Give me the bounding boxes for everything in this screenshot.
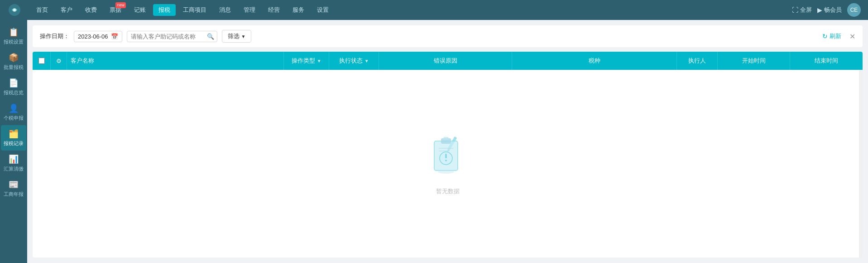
table-header: ⚙ 客户名称 操作类型 ▼ 执行状态 ▼ 错误原因 税种: [33, 52, 863, 70]
table-body: 暂无数据: [33, 70, 863, 258]
table-container: ⚙ 客户名称 操作类型 ▼ 执行状态 ▼ 错误原因 税种: [33, 52, 863, 258]
settlement-icon: 📊: [9, 154, 19, 164]
svg-rect-14: [439, 151, 450, 151]
refresh-button[interactable]: ↻ 刷新: [822, 32, 841, 40]
op-type-filter-icon[interactable]: ▼: [317, 58, 321, 63]
nav-fee[interactable]: 收费: [80, 4, 102, 16]
nav-business[interactable]: 工商项目: [177, 4, 212, 16]
filter-bar: 操作日期： 2023-06-06 📅 🔍 筛选 ▼ ↻ 刷新 ✕: [33, 25, 863, 47]
fullscreen-button[interactable]: ⛶ 全屏: [792, 6, 812, 14]
refresh-icon: ↻: [822, 33, 828, 40]
settings-icon: ⚙: [56, 58, 62, 64]
empty-state: 暂无数据: [427, 132, 468, 195]
nav-bookkeeping[interactable]: 记账: [129, 4, 151, 16]
tax-records-icon: 🗂️: [9, 129, 19, 139]
search-icon: 🔍: [207, 33, 214, 40]
nav-business-ops[interactable]: 经营: [263, 4, 285, 16]
exec-status-filter-icon[interactable]: ▼: [364, 58, 369, 63]
sidebar-item-tax-overview[interactable]: 📄 报税总览: [1, 74, 26, 100]
th-tax-type: 税种: [512, 52, 677, 70]
content-area: 操作日期： 2023-06-06 📅 🔍 筛选 ▼ ↻ 刷新 ✕: [27, 20, 868, 263]
nav-service[interactable]: 服务: [287, 4, 310, 16]
th-exec-status: 执行状态 ▼: [329, 52, 379, 70]
member-button[interactable]: ▶ 畅会员: [817, 6, 842, 14]
annual-report-icon: 📰: [9, 180, 19, 190]
th-op-type: 操作类型 ▼: [284, 52, 329, 70]
batch-tax-icon: 📦: [9, 53, 19, 63]
fullscreen-icon: ⛶: [792, 6, 798, 14]
search-box: 🔍: [127, 31, 217, 42]
date-value: 2023-06-06: [78, 33, 108, 40]
th-client-name: 客户名称: [67, 52, 284, 70]
sidebar-item-annual-report[interactable]: 📰 工商年报: [1, 176, 26, 201]
nav-items: 首页 客户 收费 票据 new 记账 报税 工商项目 消息 管理 经营 服务 设…: [31, 4, 792, 16]
nav-message[interactable]: 消息: [214, 4, 236, 16]
chevron-down-icon: ▼: [241, 34, 246, 39]
app-logo[interactable]: [7, 3, 22, 17]
nav-home[interactable]: 首页: [31, 4, 53, 16]
empty-text: 暂无数据: [436, 187, 460, 195]
search-input[interactable]: [131, 33, 207, 40]
sidebar: 📋 报税设置 📦 批量报税 📄 报税总览 👤 个税申报 🗂️ 报税记录 📊 汇算…: [0, 20, 27, 263]
new-badge: new: [115, 2, 126, 8]
calendar-icon: 📅: [111, 33, 118, 40]
scroll-indicator[interactable]: [859, 70, 863, 258]
sidebar-item-settlement[interactable]: 📊 汇算清缴: [1, 151, 26, 176]
th-executor: 执行人: [677, 52, 718, 70]
sidebar-item-personal-tax[interactable]: 👤 个税申报: [1, 100, 26, 125]
svg-point-1: [13, 9, 16, 11]
svg-point-15: [438, 170, 454, 174]
main-layout: 📋 报税设置 📦 批量报税 📄 报税总览 👤 个税申报 🗂️ 报税记录 📊 汇算…: [0, 20, 868, 263]
top-navigation: 首页 客户 收费 票据 new 记账 报税 工商项目 消息 管理 经营 服务 设…: [0, 0, 868, 20]
svg-rect-8: [443, 137, 449, 140]
svg-rect-13: [439, 148, 453, 149]
th-end-time: 结束时间: [790, 52, 863, 70]
personal-tax-icon: 👤: [9, 103, 19, 113]
sidebar-item-batch-tax[interactable]: 📦 批量报税: [1, 49, 26, 74]
tax-settings-icon: 📋: [9, 27, 19, 37]
date-label: 操作日期：: [40, 32, 69, 40]
member-icon: ▶: [817, 6, 822, 14]
tax-overview-icon: 📄: [9, 78, 19, 88]
close-button[interactable]: ✕: [849, 32, 855, 41]
th-error-reason: 错误原因: [379, 52, 512, 70]
empty-illustration: [427, 132, 468, 182]
nav-invoice[interactable]: 票据 new: [104, 4, 127, 16]
nav-manage[interactable]: 管理: [238, 4, 261, 16]
th-start-time: 开始时间: [718, 52, 790, 70]
sidebar-item-tax-records[interactable]: 🗂️ 报税记录: [1, 125, 26, 151]
filter-button[interactable]: 筛选 ▼: [222, 30, 252, 43]
sidebar-item-tax-settings[interactable]: 📋 报税设置: [1, 24, 26, 49]
top-nav-right: ⛶ 全屏 ▶ 畅会员 CE: [792, 3, 861, 17]
nav-tax[interactable]: 报税: [153, 4, 176, 16]
nav-settings[interactable]: 设置: [312, 4, 334, 16]
nav-client[interactable]: 客户: [55, 4, 78, 16]
th-settings[interactable]: ⚙: [51, 52, 67, 70]
svg-point-12: [445, 160, 447, 161]
svg-rect-11: [445, 154, 446, 158]
avatar[interactable]: CE: [847, 3, 861, 17]
th-checkbox[interactable]: [33, 52, 51, 70]
select-all-checkbox[interactable]: [38, 58, 45, 64]
date-picker[interactable]: 2023-06-06 📅: [74, 31, 122, 42]
